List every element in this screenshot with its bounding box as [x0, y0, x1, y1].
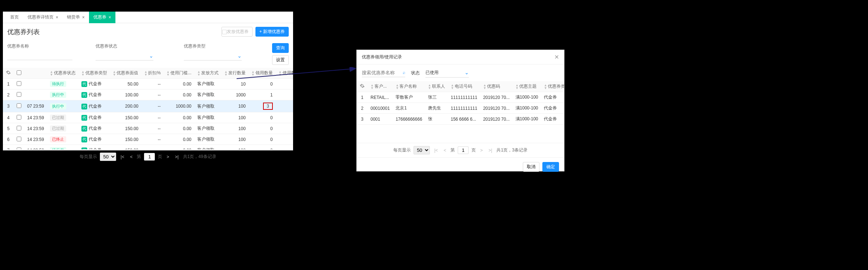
status-badge: 已过期: [50, 125, 66, 132]
table-row[interactable]: 307 23:59执行中代代金券200.00--1000.00客户领取10031…: [3, 100, 293, 112]
gear-icon[interactable]: [357, 81, 368, 92]
close-icon[interactable]: ×: [82, 15, 85, 20]
row-checkbox[interactable]: [17, 115, 21, 120]
table-row[interactable]: 1RETAIL...零散客户张三111111111112019120 70...…: [357, 92, 564, 103]
close-icon[interactable]: ×: [109, 15, 111, 20]
status-badge: 已终止: [50, 136, 66, 142]
status-badge: 执行中: [50, 103, 66, 109]
page-title: 优惠券列表: [7, 28, 40, 36]
search-icon[interactable]: ⌕: [403, 70, 405, 75]
modal-prev-page-button[interactable]: <: [442, 148, 448, 153]
chevron-down-icon: ⌄: [465, 70, 469, 76]
modal-pagination: 每页显示 50 |< < 第 页 > >| 共1页，3条记录: [357, 143, 564, 157]
usage-record-modal: 优惠券领用/使用记录 ✕ ⌕ 状态 已使用⌄ ▲▼客户...▲▼客户名称▲▼联系…: [356, 50, 564, 171]
table-row[interactable]: 3000117666666666张156 6666 6...2019120 70…: [357, 114, 564, 125]
column-header[interactable]: ▲▼发行数量: [221, 68, 249, 79]
filter-status-select[interactable]: ⌄: [96, 51, 153, 61]
modal-status-label: 状态: [411, 70, 420, 76]
modal-next-page-button[interactable]: >: [479, 148, 484, 153]
column-header[interactable]: ▲▼领用数量: [249, 68, 276, 79]
coupon-type-icon: 代: [81, 126, 87, 132]
column-header[interactable]: [14, 68, 24, 79]
column-header[interactable]: ▲▼客户...: [368, 81, 393, 92]
coupon-type-icon: 代: [81, 92, 87, 98]
column-header[interactable]: ▲▼优惠券状态: [47, 68, 79, 79]
column-header[interactable]: ▲▼优惠券类: [541, 81, 564, 92]
filter-type-label: 优惠券类型: [184, 43, 263, 49]
per-page-select[interactable]: 50: [100, 153, 116, 161]
column-header[interactable]: ▲▼发放方式: [194, 68, 221, 79]
coupon-list-panel: 首页优惠券详情页×销货单×优惠券× 优惠券列表 ⃞发放优惠券 + 新增优惠券 优…: [3, 12, 293, 150]
row-checkbox[interactable]: [17, 81, 21, 86]
status-badge: 待执行: [50, 81, 66, 87]
column-header[interactable]: ▲▼客户名称: [393, 81, 425, 92]
table-row[interactable]: 2执行中代代金券100.00--0.00客户领取100010↗⊞: [3, 90, 293, 100]
tab-优惠券[interactable]: 优惠券×: [89, 12, 115, 23]
row-checkbox[interactable]: [17, 126, 21, 130]
column-header[interactable]: ▲▼优惠主题: [513, 81, 541, 92]
filter-name-input[interactable]: [7, 51, 72, 60]
column-header[interactable]: ▲▼优惠码: [480, 81, 512, 92]
column-header[interactable]: [24, 68, 47, 79]
table-row[interactable]: 1待执行代代金券50.00--0.00客户领取1000↗⊞: [3, 79, 293, 90]
column-header[interactable]: ▲▼联系人: [425, 81, 448, 92]
table-row[interactable]: 614 23:59已终止代代金券150.00--0.00客户领取10000↗⊞: [3, 134, 293, 145]
last-page-button[interactable]: >|: [174, 154, 180, 159]
tabs: 首页优惠券详情页×销货单×优惠券×: [3, 12, 293, 23]
coupon-type-icon: 代: [81, 104, 87, 109]
close-icon[interactable]: ×: [56, 15, 58, 20]
column-header[interactable]: ▲▼优惠券面值: [110, 68, 141, 79]
status-badge: 已过期: [50, 115, 66, 121]
table-row[interactable]: 200010001北京1唐先生111111111112019120 70...满…: [357, 103, 564, 114]
column-header[interactable]: ▲▼折扣%: [141, 68, 164, 79]
cancel-button[interactable]: 取消: [523, 162, 539, 172]
settings-button[interactable]: 设置: [272, 55, 289, 65]
column-header[interactable]: ▲▼使用数量: [276, 68, 293, 79]
column-header[interactable]: ▲▼使用门槛...: [164, 68, 194, 79]
select-all-checkbox[interactable]: [17, 70, 21, 75]
modal-page-input[interactable]: [458, 146, 469, 154]
column-header[interactable]: ▲▼优惠券类型: [79, 68, 110, 79]
usage-record-table: ▲▼客户...▲▼客户名称▲▼联系人▲▼电话号码▲▼优惠码▲▼优惠主题▲▼优惠券…: [357, 81, 564, 125]
coupon-type-icon: 代: [81, 81, 87, 87]
pagination-summary: 共1页，49条记录: [183, 154, 216, 160]
modal-first-page-button[interactable]: |<: [433, 148, 439, 153]
gear-icon[interactable]: [3, 68, 14, 79]
status-badge: 执行中: [50, 92, 66, 98]
coupon-type-icon: 代: [81, 148, 87, 149]
search-button[interactable]: 查询: [272, 43, 289, 53]
close-icon[interactable]: ✕: [554, 54, 559, 61]
chevron-down-icon: ⌄: [237, 53, 242, 59]
row-checkbox[interactable]: [17, 92, 21, 97]
modal-search-input[interactable]: [362, 68, 405, 77]
tab-优惠券详情页[interactable]: 优惠券详情页×: [23, 12, 63, 23]
column-header[interactable]: ▲▼电话号码: [448, 81, 480, 92]
tab-首页[interactable]: 首页: [6, 12, 23, 23]
list-header: 优惠券列表 ⃞发放优惠券 + 新增优惠券: [3, 23, 293, 40]
issue-coupon-button[interactable]: ⃞发放优惠券: [221, 27, 253, 37]
pagination: 每页显示 50 |< < 第 页 > >| 共1页，49条记录: [3, 149, 293, 164]
filter-name-label: 优惠券名称: [7, 43, 87, 49]
table-row[interactable]: 714 23:59待发布代代金券150.00--0.00客户领取10000↗⊞: [3, 145, 293, 150]
row-checkbox[interactable]: [17, 148, 21, 150]
coupon-table: ▲▼优惠券状态▲▼优惠券类型▲▼优惠券面值▲▼折扣%▲▼使用门槛...▲▼发放方…: [3, 68, 293, 149]
first-page-button[interactable]: |<: [119, 154, 126, 159]
row-checkbox[interactable]: [17, 103, 21, 108]
modal-per-page-select[interactable]: 50: [414, 146, 430, 154]
table-row[interactable]: 514 23:59已过期代代金券150.00--0.00客户领取10000↗⊞: [3, 123, 293, 134]
page-input[interactable]: [144, 153, 155, 161]
filter-bar: 优惠券名称 优惠券状态 ⌄ 优惠券类型 ⌄ 查询 设置: [3, 40, 293, 68]
modal-status-select[interactable]: 已使用⌄: [425, 68, 469, 78]
modal-last-page-button[interactable]: >|: [487, 148, 494, 153]
status-badge: 待发布: [50, 147, 66, 149]
next-page-button[interactable]: >: [165, 154, 170, 159]
confirm-button[interactable]: 确定: [542, 162, 559, 172]
row-checkbox[interactable]: [17, 137, 21, 141]
modal-title: 优惠券领用/使用记录: [362, 54, 402, 60]
filter-type-select[interactable]: ⌄: [184, 51, 242, 61]
prev-page-button[interactable]: <: [128, 154, 134, 159]
tab-销货单[interactable]: 销货单×: [63, 12, 89, 23]
filter-status-label: 优惠券状态: [96, 43, 175, 49]
table-row[interactable]: 414 23:59已过期代代金券150.00--0.00客户领取10000↗⊞: [3, 112, 293, 123]
add-coupon-button[interactable]: + 新增优惠券: [255, 27, 289, 37]
